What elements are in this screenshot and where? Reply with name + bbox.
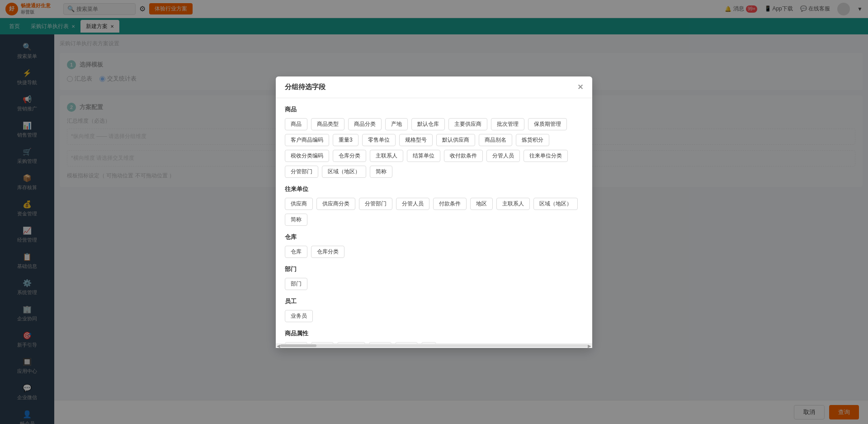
field-tag-counterpart-category[interactable]: 往来单位分类 xyxy=(524,150,568,162)
section-counterpart-tags: 供应商 供应商分类 分管部门 分管人员 付款条件 地区 主联系人 区域（地区） … xyxy=(285,198,583,226)
field-tag-short-name-product[interactable]: 简称 xyxy=(370,166,392,178)
field-tag-retail-unit[interactable]: 零售单位 xyxy=(362,134,396,146)
field-tag-warehouse-cat[interactable]: 仓库分类 xyxy=(311,246,344,258)
section-product-attr: 商品属性 属性 颜色 多规格 尺码 鞋码 1 xyxy=(285,329,583,343)
hscroll-right-arrow[interactable]: ▶ xyxy=(588,343,591,348)
field-tag-payment-terms[interactable]: 收付款条件 xyxy=(444,150,483,162)
field-tag-tax-code[interactable]: 税收分类编码 xyxy=(285,150,329,162)
section-counterpart-title: 往来单位 xyxy=(285,185,583,193)
hscroll-thumb[interactable] xyxy=(280,344,316,347)
modal-overlay: 分组待选字段 ✕ 商品 商品 商品类型 商品分类 产地 默认仓库 主要供应商 批… xyxy=(0,0,868,424)
field-tag-main-supplier[interactable]: 主要供应商 xyxy=(448,118,487,130)
field-tag-main-contact2[interactable]: 主联系人 xyxy=(496,198,530,210)
section-employee: 员工 业务员 xyxy=(285,297,583,322)
field-tag-default-warehouse[interactable]: 默认仓库 xyxy=(411,118,445,130)
field-tag-region-area[interactable]: 区域（地区） xyxy=(533,198,578,210)
field-tag-department[interactable]: 部门 xyxy=(285,278,307,290)
section-product: 商品 商品 商品类型 商品分类 产地 默认仓库 主要供应商 批次管理 保质期管理… xyxy=(285,105,583,178)
field-tag-product-category[interactable]: 商品分类 xyxy=(348,118,382,130)
section-product-title: 商品 xyxy=(285,105,583,114)
section-warehouse-title: 仓库 xyxy=(285,233,583,241)
section-employee-title: 员工 xyxy=(285,297,583,305)
modal-body[interactable]: 商品 商品 商品类型 商品分类 产地 默认仓库 主要供应商 批次管理 保质期管理… xyxy=(276,98,592,343)
section-product-tags: 商品 商品类型 商品分类 产地 默认仓库 主要供应商 批次管理 保质期管理 客户… xyxy=(285,118,583,178)
field-tag-region2[interactable]: 地区 xyxy=(470,198,493,210)
field-tag-supervisor[interactable]: 分管人员 xyxy=(486,150,520,162)
field-tag-supplier-category[interactable]: 供应商分类 xyxy=(316,198,355,210)
field-tag-default-supplier[interactable]: 默认供应商 xyxy=(436,134,475,146)
modal-close-btn[interactable]: ✕ xyxy=(577,83,583,91)
field-tag-alias[interactable]: 商品别名 xyxy=(479,134,512,146)
section-warehouse: 仓库 仓库 仓库分类 xyxy=(285,233,583,258)
field-selector-modal: 分组待选字段 ✕ 商品 商品 商品类型 商品分类 产地 默认仓库 主要供应商 批… xyxy=(276,76,592,348)
field-tag-shelf-life[interactable]: 保质期管理 xyxy=(528,118,567,130)
field-tag-main-contact[interactable]: 主联系人 xyxy=(370,150,403,162)
section-department-title: 部门 xyxy=(285,265,583,273)
field-tag-salesperson[interactable]: 业务员 xyxy=(285,310,313,322)
field-tag-weight[interactable]: 重量3 xyxy=(333,134,359,146)
field-tag-spec-model[interactable]: 规格型号 xyxy=(399,134,433,146)
modal-title: 分组待选字段 xyxy=(285,83,326,91)
section-department-tags: 部门 xyxy=(285,278,583,290)
field-tag-short-name-counterpart[interactable]: 简称 xyxy=(285,214,307,226)
hscroll-left-arrow[interactable]: ◀ xyxy=(277,343,280,348)
field-tag-product[interactable]: 商品 xyxy=(285,118,307,130)
field-tag-customer-code[interactable]: 客户商品编码 xyxy=(285,134,329,146)
field-tag-dept2[interactable]: 分管部门 xyxy=(359,198,392,210)
section-department: 部门 部门 xyxy=(285,265,583,290)
field-tag-product-type[interactable]: 商品类型 xyxy=(311,118,344,130)
field-tag-origin[interactable]: 产地 xyxy=(385,118,408,130)
section-warehouse-tags: 仓库 仓库分类 xyxy=(285,246,583,258)
field-tag-dept[interactable]: 分管部门 xyxy=(285,166,318,178)
field-tag-batch-mgmt[interactable]: 批次管理 xyxy=(491,118,524,130)
modal-horizontal-scrollbar[interactable]: ◀ ▶ xyxy=(276,343,592,348)
hscroll-track xyxy=(280,344,588,347)
field-tag-warehouse-category[interactable]: 仓库分类 xyxy=(333,150,366,162)
section-counterpart: 往来单位 供应商 供应商分类 分管部门 分管人员 付款条件 地区 主联系人 区域… xyxy=(285,185,583,226)
section-employee-tags: 业务员 xyxy=(285,310,583,322)
section-product-attr-title: 商品属性 xyxy=(285,329,583,338)
field-tag-supervisor2[interactable]: 分管人员 xyxy=(396,198,429,210)
field-tag-supplier[interactable]: 供应商 xyxy=(285,198,313,210)
field-tag-refine-points[interactable]: 炼货积分 xyxy=(516,134,549,146)
field-tag-warehouse[interactable]: 仓库 xyxy=(285,246,307,258)
field-tag-payment-terms2[interactable]: 付款条件 xyxy=(433,198,467,210)
field-tag-settlement-unit[interactable]: 结算单位 xyxy=(407,150,440,162)
modal-header: 分组待选字段 ✕ xyxy=(276,76,592,98)
field-tag-region-product[interactable]: 区域（地区） xyxy=(322,166,366,178)
